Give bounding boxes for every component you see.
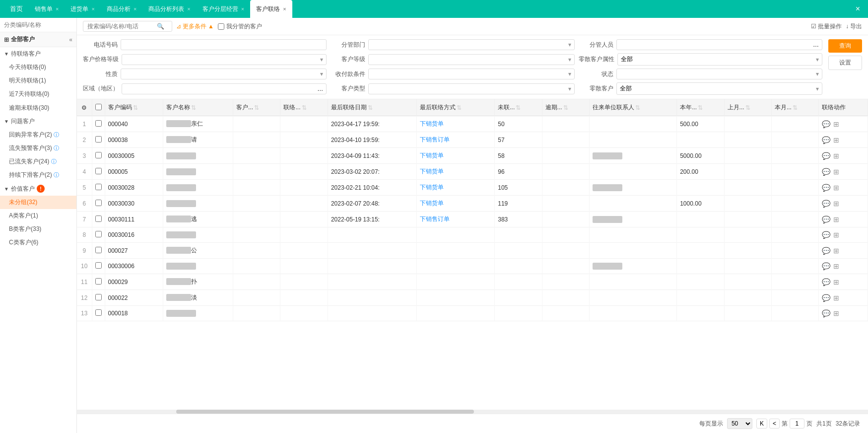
row-checkbox[interactable] [92, 274, 105, 290]
close-icon[interactable]: × [241, 6, 244, 12]
sidebar-item-abnormal[interactable]: 回购异常客户(2) ⓘ [0, 128, 76, 142]
nav-tab-sales[interactable]: 销售单 × [29, 0, 65, 18]
sidebar-item-warning[interactable]: 流失预警客户(3) ⓘ [0, 142, 76, 155]
sidebar-item-class-b[interactable]: B类客户(33) [0, 222, 76, 236]
dept-select[interactable]: ▾ [368, 39, 574, 50]
per-page-select[interactable]: 50 100 200 [727, 418, 752, 429]
row-checkbox[interactable] [92, 227, 105, 243]
row-checkbox[interactable] [92, 212, 105, 227]
group-value-customers[interactable]: ▼ 价值客户 ! [0, 182, 76, 196]
qr-icon[interactable]: ⊞ [833, 184, 839, 192]
customer-tier-select[interactable]: ▾ [368, 54, 574, 65]
row-checkbox[interactable] [92, 196, 105, 212]
row-checkbox[interactable] [92, 290, 105, 306]
row-checkbox[interactable] [92, 259, 105, 274]
sidebar-item-7days[interactable]: 近7天待联络(0) [0, 87, 76, 101]
first-page-button[interactable]: K [756, 419, 767, 429]
message-icon[interactable]: 💬 [822, 294, 830, 302]
export-button[interactable]: ↓ 导出 [846, 22, 862, 31]
message-icon[interactable]: 💬 [822, 278, 830, 286]
search-icon[interactable]: 🔍 [157, 23, 164, 30]
select-all-checkbox[interactable] [95, 104, 102, 110]
message-icon[interactable]: 💬 [822, 262, 830, 270]
group-problem-customers[interactable]: ▼ 问题客户 [0, 115, 76, 128]
nav-home[interactable]: 首页 [4, 0, 29, 18]
sort-icon[interactable]: ⇅ [191, 104, 196, 111]
qr-icon[interactable]: ⊞ [833, 168, 839, 176]
qr-icon[interactable]: ⊞ [833, 136, 839, 144]
more-conditions-button[interactable]: ⊿ 更多条件 ▲ [176, 22, 214, 31]
row-checkbox[interactable] [92, 180, 105, 196]
sort-icon[interactable]: ⇅ [516, 104, 521, 111]
payment-select[interactable]: ▾ [368, 69, 574, 79]
message-icon[interactable]: 💬 [822, 309, 830, 317]
nav-tab-analysis[interactable]: 商品分析 × [101, 0, 142, 18]
sidebar-item-declining[interactable]: 持续下滑客户(2) ⓘ [0, 168, 76, 182]
sort-icon[interactable]: ⇅ [563, 104, 568, 111]
qr-icon[interactable]: ⊞ [833, 152, 839, 160]
row-checkbox[interactable] [92, 148, 105, 164]
qr-icon[interactable]: ⊞ [833, 278, 839, 286]
group-pending-contact[interactable]: ▼ 待联络客户 [0, 47, 76, 61]
sidebar-item-class-a[interactable]: A类客户(1) [0, 209, 76, 222]
nav-tab-purchase[interactable]: 进货单 × [65, 0, 100, 18]
collapse-icon[interactable]: « [69, 36, 72, 43]
sidebar-item-lost[interactable]: 已流失客户(24) ⓘ [0, 155, 76, 168]
qr-icon[interactable]: ⊞ [833, 216, 839, 223]
qr-icon[interactable]: ⊞ [833, 200, 839, 208]
prev-page-button[interactable]: < [769, 419, 780, 429]
sidebar-item-overdue[interactable]: 逾期未联络(30) [0, 101, 76, 115]
close-window-button[interactable]: × [852, 4, 864, 13]
row-checkbox[interactable] [92, 243, 105, 259]
close-icon[interactable]: × [91, 6, 94, 12]
qr-icon[interactable]: ⊞ [833, 231, 839, 239]
qr-icon[interactable]: ⊞ [833, 294, 839, 302]
nav-tab-customer-contact[interactable]: 客户联络 × [250, 0, 292, 18]
message-icon[interactable]: 💬 [822, 152, 830, 160]
nature-select[interactable]: ▾ [121, 69, 327, 79]
close-icon[interactable]: × [56, 6, 59, 12]
message-icon[interactable]: 💬 [822, 136, 830, 144]
qr-icon[interactable]: ⊞ [833, 247, 839, 255]
message-icon[interactable]: 💬 [822, 168, 830, 176]
sort-icon[interactable]: ⇅ [698, 104, 703, 111]
close-icon[interactable]: × [134, 6, 136, 12]
sort-icon[interactable]: ⇅ [254, 104, 259, 111]
sort-icon[interactable]: ⇅ [793, 104, 798, 111]
sort-icon[interactable]: ⇅ [368, 104, 373, 111]
row-checkbox[interactable] [92, 116, 105, 132]
batch-ops-button[interactable]: ☑ 批量操作 [811, 22, 842, 31]
sort-icon[interactable]: ⇅ [745, 104, 750, 111]
query-button[interactable]: 查询 [828, 39, 862, 53]
category-search-input[interactable] [4, 21, 77, 28]
qr-icon[interactable]: ⊞ [833, 309, 839, 317]
sort-icon[interactable]: ⇅ [635, 104, 640, 111]
search-input[interactable] [87, 23, 157, 30]
row-checkbox[interactable] [92, 306, 105, 321]
qr-icon[interactable]: ⊞ [833, 262, 839, 270]
retail-customer-select[interactable]: 全部 ▾ [616, 82, 822, 95]
retail-attr-select[interactable]: 全部 ▾ [617, 53, 822, 66]
sort-icon[interactable]: ⇅ [457, 104, 462, 111]
message-icon[interactable]: 💬 [822, 184, 830, 192]
sort-icon[interactable]: ⇅ [133, 104, 138, 111]
close-icon[interactable]: × [187, 6, 190, 12]
status-select[interactable]: ▾ [616, 69, 822, 79]
message-icon[interactable]: 💬 [822, 120, 830, 128]
price-tier-select[interactable]: ▾ [122, 54, 327, 65]
message-icon[interactable]: 💬 [822, 231, 830, 239]
row-checkbox[interactable] [92, 132, 105, 148]
message-icon[interactable]: 💬 [822, 200, 830, 208]
qr-icon[interactable]: ⊞ [833, 120, 839, 128]
select-all-header[interactable] [92, 99, 105, 116]
sidebar-item-ungroup[interactable]: 未分组(32) [0, 196, 76, 209]
nav-tab-customer-tier[interactable]: 客户分层经营 × [197, 0, 250, 18]
message-icon[interactable]: 💬 [822, 247, 830, 255]
page-number-input[interactable] [790, 419, 804, 429]
my-customers-checkbox[interactable] [218, 23, 224, 30]
row-checkbox[interactable] [92, 164, 105, 180]
sort-icon[interactable]: ⇅ [302, 104, 307, 111]
sidebar-item-today[interactable]: 今天待联络(0) [0, 61, 76, 74]
sidebar-item-tomorrow[interactable]: 明天待联络(1) [0, 74, 76, 87]
nav-tab-analysis-list[interactable]: 商品分析列表 × [142, 0, 196, 18]
